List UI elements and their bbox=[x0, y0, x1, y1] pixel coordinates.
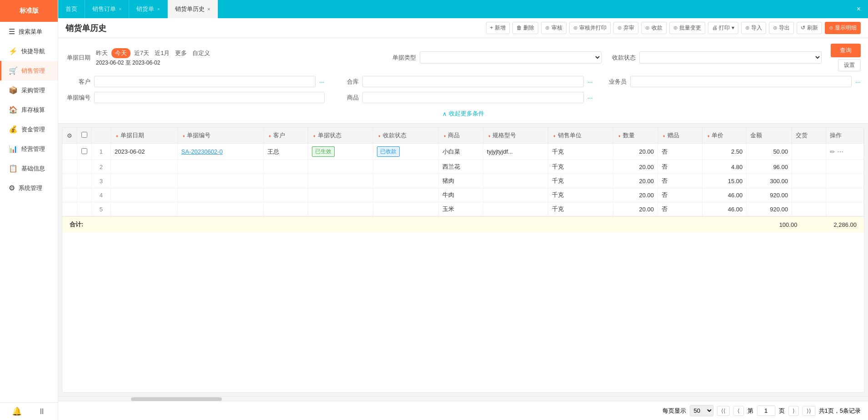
row-customer bbox=[264, 174, 308, 188]
page-input[interactable] bbox=[757, 405, 775, 416]
settings-column-header[interactable]: ⚙ bbox=[62, 128, 77, 144]
refresh-button[interactable]: ↺ 刷新 bbox=[797, 22, 822, 34]
customer-input[interactable] bbox=[94, 76, 316, 87]
window-close-button[interactable]: × bbox=[849, 5, 868, 13]
export-button[interactable]: ⊙ 导出 bbox=[769, 22, 794, 34]
row-actions bbox=[826, 174, 864, 188]
row-settings-cell bbox=[62, 144, 77, 160]
delete-button[interactable]: 🗑 删除 bbox=[512, 22, 538, 34]
week-shortcut[interactable]: 近7天 bbox=[132, 48, 151, 58]
collapse-button[interactable]: ∧ 收起更多条件 bbox=[65, 108, 861, 118]
sidebar-item-operation[interactable]: 📊 经营管理 bbox=[0, 139, 58, 159]
staff-input[interactable] bbox=[630, 76, 852, 87]
order-no-input[interactable] bbox=[94, 92, 325, 103]
horizontal-scrollbar[interactable] bbox=[58, 396, 868, 401]
qty-column-header[interactable]: ⬧ 数量 bbox=[613, 128, 658, 144]
edit-icon[interactable]: ✏ bbox=[830, 148, 835, 155]
setting-button[interactable]: 设置 bbox=[838, 59, 861, 71]
order-no-link[interactable]: SA-20230602-0 bbox=[181, 148, 223, 155]
tab-sales-history[interactable]: 销货单历史 × bbox=[168, 0, 218, 18]
sidebar-item-search-menu[interactable]: ☰ 搜索菜单 bbox=[0, 22, 58, 41]
date-column-header[interactable]: ⬧ 单据日期 bbox=[111, 128, 178, 144]
import-button[interactable]: ⊙ 导入 bbox=[741, 22, 766, 34]
tab-sales-order[interactable]: 销售订单 × bbox=[85, 0, 129, 18]
price-column-header[interactable]: ⬧ 单价 bbox=[702, 128, 747, 144]
sidebar-item-quick-nav[interactable]: ⚡ 快捷导航 bbox=[0, 41, 58, 61]
custom-shortcut[interactable]: 自定义 bbox=[191, 48, 212, 58]
row-gift: 否 bbox=[658, 160, 702, 174]
payment-select[interactable] bbox=[639, 51, 822, 64]
pause-icon[interactable]: ⏸ bbox=[38, 407, 46, 416]
product-ellipsis-icon[interactable]: ··· bbox=[587, 94, 593, 101]
table-row: 4 牛肉 千克 20.00 否 46.00 920.00 bbox=[62, 188, 864, 202]
today-shortcut[interactable]: 今天 bbox=[111, 48, 130, 58]
data-table: ⚙ ⬧ 单据日期 ⬧ 单据编号 ⬧ 客户 ⬧ 单据状态 ⬧ 收款状态 ⬧ 商品 … bbox=[62, 128, 864, 216]
sidebar-item-basic[interactable]: 📋 基础信息 bbox=[0, 159, 58, 178]
sidebar-item-finance[interactable]: 💰 资金管理 bbox=[0, 120, 58, 139]
unit-column-header[interactable]: ⬧ 销售单位 bbox=[548, 128, 613, 144]
payment-status-badge: 已收款 bbox=[377, 146, 400, 157]
row-unit: 千克 bbox=[548, 144, 613, 160]
warehouse-ellipsis-icon[interactable]: ··· bbox=[587, 78, 593, 85]
staff-ellipsis-icon[interactable]: ··· bbox=[855, 78, 861, 85]
tab-sales-delivery[interactable]: 销货单 × bbox=[129, 0, 167, 18]
row-price: 46.00 bbox=[702, 202, 747, 216]
collect-button[interactable]: ⊙ 收款 bbox=[641, 22, 666, 34]
first-page-button[interactable]: ⟨⟨ bbox=[717, 406, 730, 416]
sidebar-item-sales[interactable]: 🛒 销售管理 bbox=[0, 61, 58, 80]
sidebar-item-inventory[interactable]: 🏠 库存核算 bbox=[0, 100, 58, 120]
row-order-no: SA-20230602-0 bbox=[177, 144, 264, 160]
query-button[interactable]: 查询 bbox=[831, 44, 861, 57]
more-icon[interactable]: ⋯ bbox=[837, 148, 843, 155]
row-spec bbox=[483, 160, 548, 174]
new-button[interactable]: + 新增 bbox=[486, 22, 510, 34]
sidebar-item-system[interactable]: ⚙ 系统管理 bbox=[0, 178, 58, 198]
product-input[interactable] bbox=[362, 92, 584, 103]
yesterday-shortcut[interactable]: 昨天 bbox=[94, 48, 110, 58]
per-page-select[interactable]: 50 100 bbox=[690, 405, 713, 416]
select-all-checkbox[interactable] bbox=[81, 132, 87, 138]
scrollbar-thumb[interactable] bbox=[131, 397, 222, 401]
type-select[interactable] bbox=[420, 51, 602, 64]
product-column-header[interactable]: ⬧ 商品 bbox=[438, 128, 483, 144]
warehouse-input[interactable] bbox=[362, 76, 584, 87]
close-tab-sales-order-icon[interactable]: × bbox=[119, 6, 121, 12]
row-date bbox=[111, 188, 178, 202]
order-no-filter-group: 单据编号 bbox=[65, 92, 325, 103]
more-shortcut[interactable]: 更多 bbox=[173, 48, 189, 58]
footer-total-qty: 100.00 bbox=[779, 221, 798, 228]
close-tab-sales-history-icon[interactable]: × bbox=[207, 6, 210, 12]
product-label: 商品 bbox=[334, 94, 359, 102]
order-no-column-header[interactable]: ⬧ 单据编号 bbox=[177, 128, 264, 144]
close-tab-sales-delivery-icon[interactable]: × bbox=[157, 6, 160, 12]
query-set-group: 查询 设置 bbox=[831, 44, 861, 71]
approve-print-button[interactable]: ⊙ 审核并打印 bbox=[569, 22, 611, 34]
date-range-value: 2023-06-02 至 2023-06-02 bbox=[96, 59, 212, 67]
prev-page-button[interactable]: ⟨ bbox=[733, 406, 744, 416]
approve-button[interactable]: ⊙ 审核 bbox=[541, 22, 566, 34]
row-transaction bbox=[792, 188, 826, 202]
revoke-button[interactable]: ⊙ 弃审 bbox=[613, 22, 638, 34]
spec-column-header[interactable]: ⬧ 规格型号 bbox=[483, 128, 548, 144]
row-date: 2023-06-02 bbox=[111, 144, 178, 160]
data-table-area: ⚙ ⬧ 单据日期 ⬧ 单据编号 ⬧ 客户 ⬧ 单据状态 ⬧ 收款状态 ⬧ 商品 … bbox=[62, 127, 864, 393]
tab-home[interactable]: 首页 bbox=[58, 0, 85, 18]
row-checkbox-cell bbox=[77, 188, 91, 202]
sidebar-item-purchase[interactable]: 📦 采购管理 bbox=[0, 80, 58, 100]
customer-column-header[interactable]: ⬧ 客户 bbox=[264, 128, 308, 144]
gift-column-header[interactable]: ⬧ 赠品 bbox=[658, 128, 702, 144]
order-status-column-header[interactable]: ⬧ 单据状态 bbox=[308, 128, 373, 144]
batch-change-button[interactable]: ⊙ 批量变更 bbox=[669, 22, 705, 34]
actions-column-header: 操作 bbox=[826, 128, 864, 144]
last-page-button[interactable]: ⟩⟩ bbox=[803, 406, 815, 416]
show-detail-button[interactable]: ⊙ 显示明细 bbox=[825, 22, 861, 34]
row-checkbox[interactable] bbox=[81, 148, 87, 154]
month-shortcut[interactable]: 近1月 bbox=[153, 48, 171, 58]
payment-label: 收款状态 bbox=[611, 54, 636, 62]
notification-icon[interactable]: 🔔 bbox=[12, 406, 22, 416]
row-settings-cell bbox=[62, 174, 77, 188]
payment-status-column-header[interactable]: ⬧ 收款状态 bbox=[373, 128, 438, 144]
customer-ellipsis-icon[interactable]: ··· bbox=[319, 78, 325, 85]
print-button[interactable]: 🖨 打印 ▾ bbox=[708, 22, 738, 34]
next-page-button[interactable]: ⟩ bbox=[788, 406, 799, 416]
